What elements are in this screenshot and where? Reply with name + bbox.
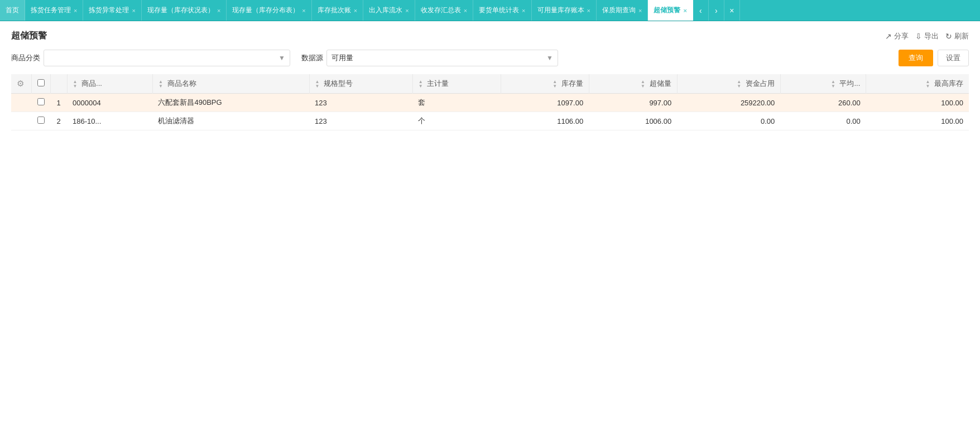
column-spec[interactable]: ▲▼ 规格型号 [309,74,412,94]
datasource-value: 可用量 [332,53,353,63]
sort-icon: ▲▼ [419,80,423,89]
nav-more-arrow[interactable]: × [724,0,740,21]
tab-overstock[interactable]: 超储预警 × [648,0,693,21]
tab-order-stats[interactable]: 要货单统计表 × [473,0,531,21]
chevron-down-icon: ▼ [546,54,553,62]
column-avg[interactable]: ▲▼ 平均... [780,74,866,94]
column-max-stock[interactable]: ▲▼ 最高库存 [866,74,969,94]
product-category-label: 商品分类 [11,53,40,63]
sort-icon: ▲▼ [737,80,741,89]
top-navigation: 首页 拣货任务管理 × 拣货异常处理 × 现存量（库存状况表） × 现存量（库存… [0,0,980,21]
row-product-code: 186-10... [67,112,152,130]
datasource-filter: 数据源 可用量 ▼ [301,50,558,66]
tab-pick-exception[interactable]: 拣货异常处理 × [83,0,141,21]
close-icon[interactable]: × [405,7,409,14]
row-avg: 260.00 [780,94,866,112]
column-capital[interactable]: ▲▼ 资金占用 [677,74,780,94]
column-unit[interactable]: ▲▼ 主计量 [412,74,501,94]
gear-icon[interactable]: ⚙ [17,79,24,88]
row-action-cell [11,112,31,130]
sort-icon: ▲▼ [73,80,78,89]
sort-icon: ▲▼ [158,80,163,89]
table-row: 2 186-10... 机油滤清器 123 个 1106.00 1006.00 … [11,112,969,130]
row-stock: 1097.00 [501,94,589,112]
sort-icon: ▲▼ [641,80,645,89]
data-table: ⚙ ▲▼ 商品... ▲▼ 商品名称 ▲▼ 规格型号 [11,74,969,130]
query-button[interactable]: 查询 [899,50,933,66]
row-product-name: 六配套新昌490BPG [152,94,309,112]
column-row-num [50,74,67,94]
export-icon: ⇩ [915,32,922,41]
product-category-filter: 商品分类 ▼ [11,50,290,66]
row-capital: 0.00 [677,112,780,130]
export-button[interactable]: ⇩ 导出 [915,31,939,41]
close-icon[interactable]: × [522,7,525,14]
page-header: 超储预警 ↗ 分享 ⇩ 导出 ↻ 刷新 [11,30,969,42]
tab-batch-account[interactable]: 库存批次账 × [312,0,363,21]
tab-summary[interactable]: 收发存汇总表 × [415,0,473,21]
settings-button[interactable]: 设置 [938,50,969,66]
tab-expiry[interactable]: 保质期查询 × [597,0,648,21]
table-header-row: ⚙ ▲▼ 商品... ▲▼ 商品名称 ▲▼ 规格型号 [11,74,969,94]
row-spec: 123 [309,112,412,130]
chevron-down-icon: ▼ [278,54,285,62]
tab-inventory-dist[interactable]: 现存量（库存分布表） × [227,0,311,21]
close-icon[interactable]: × [464,7,467,14]
refresh-button[interactable]: ↻ 刷新 [945,31,969,41]
nav-right-arrow[interactable]: › [709,0,724,21]
share-button[interactable]: ↗ 分享 [885,31,909,41]
sort-icon: ▲▼ [315,80,320,89]
close-icon[interactable]: × [587,7,590,14]
product-category-select[interactable]: ▼ [44,50,290,66]
row-checkbox[interactable] [37,98,45,105]
nav-left-arrow[interactable]: ‹ [693,0,709,21]
close-icon[interactable]: × [74,7,77,14]
close-icon[interactable]: × [217,7,220,14]
row-capital: 259220.00 [677,94,780,112]
datasource-label: 数据源 [301,53,323,63]
page-content: 超储预警 ↗ 分享 ⇩ 导出 ↻ 刷新 商品分类 ▼ 数据源 [0,21,980,139]
refresh-icon: ↻ [945,32,952,41]
column-settings[interactable]: ⚙ [11,74,31,94]
tab-pick-task[interactable]: 拣货任务管理 × [25,0,83,21]
page-title: 超储预警 [11,30,47,42]
tab-inventory-status[interactable]: 现存量（库存状况表） × [142,0,227,21]
sort-icon: ▲▼ [553,80,557,89]
header-actions: ↗ 分享 ⇩ 导出 ↻ 刷新 [885,31,969,41]
column-stock[interactable]: ▲▼ 库存量 [501,74,589,94]
share-icon: ↗ [885,32,892,41]
tab-inout-flow[interactable]: 出入库流水 × [363,0,415,21]
row-checkbox[interactable] [37,117,45,124]
sort-icon: ▲▼ [925,80,930,89]
column-overstock[interactable]: ▲▼ 超储量 [589,74,677,94]
row-max-stock: 100.00 [866,94,969,112]
sort-icon: ▲▼ [831,80,835,89]
row-spec: 123 [309,94,412,112]
row-checkbox-cell[interactable] [31,112,50,130]
row-unit: 套 [412,94,501,112]
close-icon[interactable]: × [638,7,642,14]
filter-row: 商品分类 ▼ 数据源 可用量 ▼ 查询 设置 [11,50,969,66]
tab-home[interactable]: 首页 [0,0,25,21]
row-max-stock: 100.00 [866,112,969,130]
row-overstock: 997.00 [589,94,677,112]
row-checkbox-cell[interactable] [31,94,50,112]
row-unit: 个 [412,112,501,130]
row-overstock: 1006.00 [589,112,677,130]
filter-actions: 查询 设置 [899,50,969,66]
row-number: 1 [50,94,67,112]
datasource-select[interactable]: 可用量 ▼ [326,50,558,66]
row-number: 2 [50,112,67,130]
column-product-name[interactable]: ▲▼ 商品名称 [152,74,309,94]
row-stock: 1106.00 [501,112,589,130]
select-all-checkbox[interactable] [37,79,45,86]
row-action-cell [11,94,31,112]
table-row: 1 0000004 六配套新昌490BPG 123 套 1097.00 997.… [11,94,969,112]
close-icon[interactable]: × [132,7,135,14]
close-icon[interactable]: × [302,7,305,14]
close-icon[interactable]: × [683,7,686,14]
row-avg: 0.00 [780,112,866,130]
close-icon[interactable]: × [354,7,357,14]
column-product-code[interactable]: ▲▼ 商品... [67,74,152,94]
tab-available-stock[interactable]: 可用量库存账本 × [532,0,597,21]
